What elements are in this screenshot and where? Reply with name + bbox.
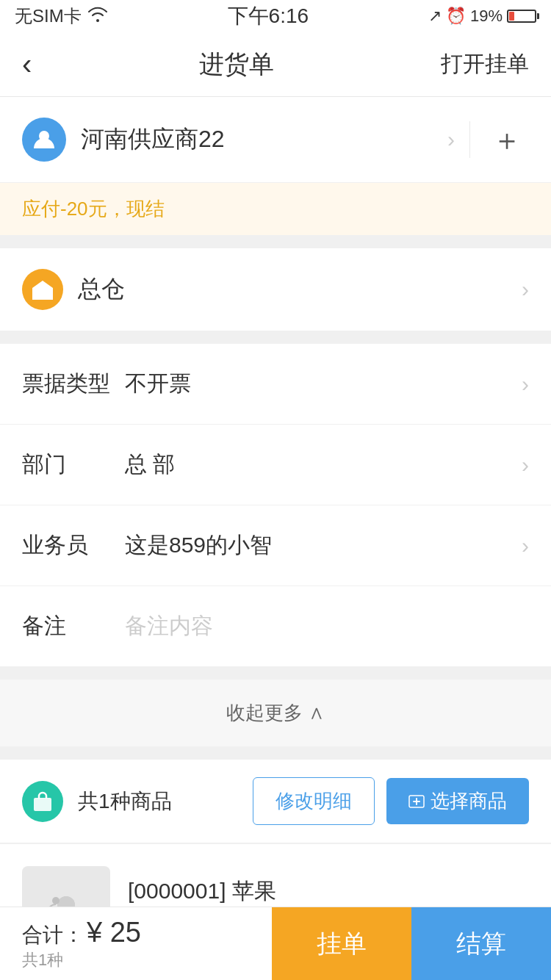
battery-percent: 19% [470, 7, 503, 26]
department-row[interactable]: 部门 总 部 › [0, 425, 551, 505]
svg-rect-1 [38, 291, 47, 300]
department-label: 部门 [22, 450, 110, 480]
carrier-text: 无SIM卡 [15, 4, 82, 28]
select-product-icon [408, 793, 425, 810]
collapse-bar[interactable]: 收起更多 ∧ [0, 680, 551, 746]
status-right: ↗ ⏰ 19% [428, 7, 536, 26]
nav-bar: ‹ 进货单 打开挂单 [0, 32, 551, 97]
vertical-divider [469, 121, 470, 158]
total-section: 合计： ¥ 25 共1种 [0, 907, 272, 980]
wifi-icon [87, 6, 108, 26]
checkout-button[interactable]: 结算 [411, 907, 551, 980]
edit-details-button[interactable]: 修改明细 [253, 777, 375, 825]
invoice-type-row[interactable]: 票据类型 不开票 › [0, 344, 551, 425]
invoice-type-label: 票据类型 [22, 369, 110, 399]
collapse-text: 收起更多 ∧ [226, 702, 324, 724]
remark-row[interactable]: 备注 备注内容 [0, 586, 551, 666]
select-product-button[interactable]: 选择商品 [386, 778, 529, 824]
person-icon [31, 126, 57, 153]
warehouse-icon-bg [22, 269, 63, 310]
warehouse-name: 总仓 [78, 273, 514, 306]
battery-icon [507, 10, 536, 23]
alarm-icon: ⏰ [446, 7, 466, 26]
products-icon-bg [22, 781, 63, 822]
open-hang-button[interactable]: 打开挂单 [441, 49, 529, 79]
svg-point-6 [52, 897, 60, 904]
shopping-bag-icon [32, 790, 54, 813]
supplier-avatar [22, 118, 66, 162]
back-button[interactable]: ‹ [22, 48, 32, 81]
salesperson-row[interactable]: 业务员 这是859的小智 › [0, 505, 551, 586]
product-name: [0000001] 苹果 [128, 876, 492, 907]
products-count: 共1种商品 [78, 788, 253, 815]
page-title: 进货单 [199, 48, 274, 82]
salesperson-label: 业务员 [22, 530, 110, 561]
add-supplier-button[interactable]: ＋ [485, 120, 529, 160]
department-value: 总 部 [110, 450, 514, 480]
products-header: 共1种商品 修改明细 选择商品 [0, 760, 551, 843]
warehouse-icon [31, 278, 54, 301]
supplier-name: 河南供应商22 [81, 123, 440, 156]
status-time: 下午6:16 [228, 2, 309, 30]
warning-banner: 应付-20元，现结 [0, 183, 551, 235]
status-left: 无SIM卡 [15, 4, 108, 28]
total-amount: ¥ 25 [87, 917, 141, 948]
supplier-section: 河南供应商22 › ＋ 应付-20元，现结 [0, 97, 551, 235]
bottom-bar: 合计： ¥ 25 共1种 挂单 结算 [0, 907, 551, 980]
location-icon: ↗ [428, 7, 442, 26]
hang-button[interactable]: 挂单 [272, 907, 411, 980]
salesperson-chevron-icon: › [522, 533, 529, 558]
total-count: 共1种 [22, 949, 250, 971]
status-bar: 无SIM卡 下午6:16 ↗ ⏰ 19% [0, 0, 551, 32]
form-section: 票据类型 不开票 › 部门 总 部 › 业务员 这是859的小智 › 备注 备注… [0, 344, 551, 666]
svg-rect-2 [34, 798, 51, 811]
supplier-chevron-icon: › [447, 127, 455, 152]
warning-text: 应付-20元，现结 [22, 198, 165, 220]
warehouse-section: 总仓 › [0, 248, 551, 331]
remark-label: 备注 [22, 611, 110, 641]
remark-placeholder: 备注内容 [110, 611, 529, 641]
salesperson-value: 这是859的小智 [110, 530, 514, 561]
department-chevron-icon: › [522, 453, 529, 478]
content-area: 河南供应商22 › ＋ 应付-20元，现结 总仓 › 票据类型 不开票 [0, 97, 551, 980]
invoice-type-value: 不开票 [110, 369, 514, 399]
total-label: 合计： [22, 921, 84, 949]
select-product-label: 选择商品 [431, 788, 507, 814]
supplier-row[interactable]: 河南供应商22 › ＋ [0, 97, 551, 183]
invoice-chevron-icon: › [522, 372, 529, 397]
warehouse-chevron-icon: › [522, 277, 529, 302]
warehouse-row[interactable]: 总仓 › [0, 248, 551, 331]
